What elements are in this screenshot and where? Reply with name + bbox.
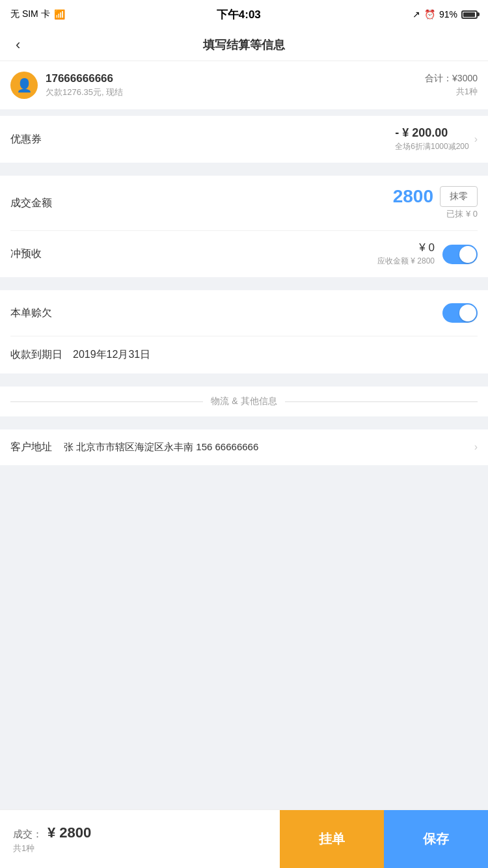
debt-toggle-knob	[459, 305, 476, 321]
deal-amount-label: 成交金额	[10, 197, 52, 210]
total-count: 共1种	[425, 86, 478, 98]
bottom-bar: 成交： ¥ 2800 共1种 挂单 保存	[0, 809, 488, 868]
address-chevron: ›	[474, 441, 478, 453]
debt-row: 本单赊欠	[10, 290, 478, 336]
logistics-text: 物流 & 其他信息	[211, 396, 277, 407]
wifi-icon: 📶	[54, 9, 65, 20]
discount-info: - ¥ 200.00 全场6折满1000减200	[395, 126, 468, 152]
alarm-icon: ⏰	[424, 9, 435, 20]
precharge-value: ¥ 0	[377, 241, 435, 254]
round-button[interactable]: 抹零	[440, 186, 478, 207]
hold-button[interactable]: 挂单	[280, 810, 384, 869]
content: 👤 17666666666 欠款1276.35元, 现结 合计：¥3000 共1…	[0, 61, 488, 563]
customer-section: 👤 17666666666 欠款1276.35元, 现结 合计：¥3000 共1…	[0, 61, 488, 109]
due-date-row: 收款到期日 2019年12月31日	[10, 336, 478, 373]
customer-left: 👤 17666666666 欠款1276.35元, 现结	[10, 72, 123, 99]
battery-percent: 91%	[439, 9, 457, 20]
customer-sub: 欠款1276.35元, 现结	[46, 87, 123, 98]
divider-1	[0, 169, 488, 176]
due-date-value: 2019年12月31日	[73, 348, 150, 362]
customer-row: 👤 17666666666 欠款1276.35元, 现结 合计：¥3000 共1…	[10, 61, 478, 109]
precharge-row: 冲预收 ¥ 0 应收金额 ¥ 2800	[10, 231, 478, 277]
status-bar: 无 SIM 卡 📶 下午4:03 ↗ ⏰ 91%	[0, 0, 488, 29]
address-section: 客户地址 张 北京市市辖区海淀区永丰南 156 66666666 ›	[0, 429, 488, 465]
page-title: 填写结算等信息	[203, 37, 285, 53]
debt-toggle[interactable]	[442, 303, 478, 323]
amount-section: 成交金额 2800 抹零 已抹 ¥ 0 冲预收 ¥ 0 应收金额 ¥ 2800	[0, 176, 488, 277]
bottom-deal-label: 成交：	[13, 828, 42, 841]
bottom-deal-amount: ¥ 2800	[47, 824, 91, 841]
amount-center: 2800 抹零	[393, 186, 478, 207]
nav-bar: ‹ 填写结算等信息	[0, 29, 488, 61]
avatar-icon: 👤	[16, 77, 33, 93]
debt-label: 本单赊欠	[10, 306, 52, 320]
bottom-summary: 成交： ¥ 2800 共1种	[0, 824, 280, 854]
divider-3	[0, 380, 488, 387]
discount-row[interactable]: 优惠券 - ¥ 200.00 全场6折满1000减200 ›	[10, 116, 478, 163]
customer-phone: 17666666666	[46, 72, 123, 85]
deal-amount-row: 成交金额 2800 抹零 已抹 ¥ 0	[10, 176, 478, 230]
deal-amount-value: 2800	[393, 186, 433, 207]
divider-2	[0, 284, 488, 290]
discount-section: 优惠券 - ¥ 200.00 全场6折满1000减200 ›	[0, 116, 488, 163]
address-value: 张 北京市市辖区海淀区永丰南 156 66666666	[64, 440, 467, 455]
back-button[interactable]: ‹	[10, 31, 25, 59]
discount-value: - ¥ 200.00	[395, 126, 468, 140]
avatar: 👤	[10, 72, 38, 99]
status-right: ↗ ⏰ 91%	[413, 9, 478, 20]
no-sim-label: 无 SIM 卡	[10, 8, 50, 20]
precharge-toggle[interactable]	[442, 245, 478, 264]
debt-section: 本单赊欠 收款到期日 2019年12月31日	[0, 290, 488, 373]
logistics-section: 物流 & 其他信息	[0, 387, 488, 416]
spacer	[0, 472, 488, 498]
location-icon: ↗	[413, 9, 420, 20]
customer-info: 17666666666 欠款1276.35元, 现结	[46, 72, 123, 98]
address-row[interactable]: 客户地址 张 北京市市辖区海淀区永丰南 156 66666666 ›	[10, 429, 478, 465]
precharge-toggle-knob	[459, 246, 476, 263]
discount-right: - ¥ 200.00 全场6折满1000减200 ›	[395, 126, 478, 152]
save-button[interactable]: 保存	[384, 810, 488, 869]
bottom-deal: 成交： ¥ 2800	[13, 824, 267, 841]
logistics-line-right	[285, 401, 478, 402]
precharge-right: ¥ 0 应收金额 ¥ 2800	[377, 241, 478, 267]
bottom-count: 共1种	[13, 843, 267, 854]
logistics-line-left	[10, 401, 203, 402]
amount-sub: 已抹 ¥ 0	[446, 208, 478, 220]
total-label: 合计：¥3000	[425, 73, 478, 85]
discount-chevron: ›	[474, 133, 478, 145]
discount-label: 优惠券	[10, 133, 42, 146]
customer-right: 合计：¥3000 共1种	[425, 73, 478, 98]
address-label: 客户地址	[10, 441, 56, 454]
precharge-label: 冲预收	[10, 247, 42, 261]
status-left: 无 SIM 卡 📶	[10, 8, 65, 20]
logistics-header: 物流 & 其他信息	[10, 387, 478, 416]
due-date-label: 收款到期日	[10, 348, 62, 362]
precharge-sub: 应收金额 ¥ 2800	[377, 256, 435, 267]
status-time: 下午4:03	[217, 7, 261, 22]
battery-bar	[461, 10, 478, 19]
precharge-amount: ¥ 0 应收金额 ¥ 2800	[377, 241, 435, 267]
battery-fill	[463, 12, 475, 17]
discount-sub: 全场6折满1000减200	[395, 141, 468, 152]
divider-4	[0, 423, 488, 429]
